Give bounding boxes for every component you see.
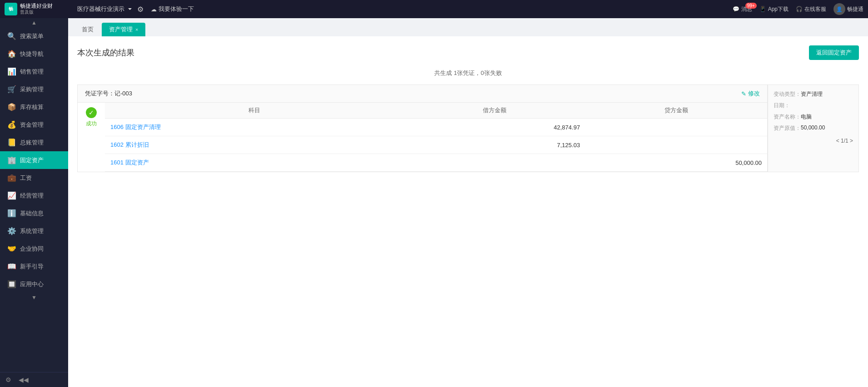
purchase-icon: 🛒: [7, 85, 16, 94]
table-row: 1606 固定资产清理 42,874.97: [105, 119, 767, 136]
table-row: 1601 固定资产 50,000.00: [105, 154, 767, 172]
sidebar-item-search-menu[interactable]: 🔍 搜索菜单: [0, 27, 68, 45]
sidebar-item-purchase[interactable]: 🛒 采购管理: [0, 80, 68, 98]
row1-credit: [585, 119, 767, 136]
sidebar-item-quick-nav[interactable]: 🏠 快捷导航: [0, 45, 68, 63]
page-content: 本次生成的结果 返回固定资产 共生成 1张凭证，0张失败 凭证字号：记-003 …: [68, 36, 868, 387]
sidebar-item-fixed-assets[interactable]: 🏢 固定资产: [0, 151, 68, 169]
voucher-table-wrap: 科目 借方金额 贷方金额 1606 固定资产清理 42,874.97: [105, 103, 767, 172]
sidebar-item-label: 销售管理: [20, 68, 44, 76]
row3-debit: [404, 154, 585, 172]
chevron-down-icon: [127, 6, 133, 12]
sidebar-item-label: 工资: [20, 174, 32, 182]
sidebar-item-label: 系统管理: [20, 227, 44, 235]
date-label: 日期：: [774, 102, 798, 109]
table-row: 1602 累计折旧 7,125.03: [105, 136, 767, 154]
sidebar-item-operations[interactable]: 📈 经营管理: [0, 187, 68, 204]
username: 畅捷通: [847, 5, 863, 13]
asset-name-label: 资产名称：: [774, 113, 801, 121]
online-service-label: 在线客服: [804, 5, 826, 13]
tab-asset-management[interactable]: 资产管理 ×: [102, 23, 145, 36]
row2-credit: [585, 136, 767, 154]
enterprise-icon: 🤝: [7, 244, 16, 253]
pagination-text[interactable]: < 1/1 >: [836, 138, 853, 144]
sidebar-item-ledger[interactable]: 📒 总账管理: [0, 134, 68, 151]
tab-bar: 首页 资产管理 ×: [68, 18, 868, 36]
app-download-button[interactable]: 📱 App下载: [759, 5, 789, 13]
voucher-left: 凭证字号：记-003 ✎ 修改 ✓ 成功: [78, 85, 768, 172]
change-type-row: 变动类型： 资产清理: [774, 90, 853, 98]
sidebar-item-sales[interactable]: 📊 销售管理: [0, 63, 68, 80]
sidebar-item-label: 基础信息: [20, 209, 44, 218]
sidebar-item-system[interactable]: ⚙️ 系统管理: [0, 222, 68, 240]
info-icon: ℹ️: [7, 209, 16, 218]
sidebar-scroll-down[interactable]: ▼: [0, 293, 68, 302]
tab-home[interactable]: 首页: [75, 23, 100, 36]
status-text: 成功: [86, 120, 97, 128]
sidebar-item-label: 搜索菜单: [20, 32, 44, 40]
collapse-icon[interactable]: ◀◀: [19, 376, 29, 383]
experience-button[interactable]: ☁ 我要体验一下: [151, 5, 194, 13]
sidebar-item-label: 资金管理: [20, 121, 44, 129]
pagination[interactable]: < 1/1 >: [774, 138, 853, 144]
sidebar-item-label: 快捷导航: [20, 50, 44, 58]
sidebar-bottom: ⚙ ◀◀: [0, 372, 68, 387]
salary-icon: 💼: [7, 174, 16, 182]
topbar-right: 💬 消息 99+ 📱 App下载 🎧 在线客服 👤 畅捷通: [733, 3, 863, 15]
settings-bottom-icon[interactable]: ⚙: [5, 376, 11, 383]
voucher-right-panel: 变动类型： 资产清理 日期： 资产名称： 电脑 资产原值： 50,000.00: [768, 85, 858, 172]
row2-debit: 7,125.03: [404, 136, 585, 154]
fixed-assets-icon: 🏢: [7, 156, 16, 164]
sidebar-item-label: 经营管理: [20, 192, 44, 200]
app-download-label: App下载: [768, 5, 789, 13]
voucher-number: 凭证字号：记-003: [85, 89, 132, 98]
logo-icon: 畅: [5, 3, 17, 15]
avatar: 👤: [833, 3, 845, 15]
voucher-status-col: ✓ 成功: [78, 103, 105, 132]
logo-main-text: 畅捷通好业财: [20, 3, 53, 9]
message-badge: 99+: [745, 3, 757, 9]
change-type-label: 变动类型：: [774, 90, 801, 98]
main-layout: ▲ 🔍 搜索菜单 🏠 快捷导航 📊 销售管理 🛒 采购管理 📦 库存核算 💰 资…: [0, 18, 868, 387]
row2-subject: 1602 累计折旧: [105, 136, 404, 154]
sidebar-item-funds[interactable]: 💰 资金管理: [0, 116, 68, 134]
logo-sub-text: 普及版: [20, 9, 53, 15]
sidebar-item-label: 库存核算: [20, 103, 44, 111]
success-icon: ✓: [86, 107, 97, 118]
ledger-icon: 📒: [7, 138, 16, 147]
search-icon: 🔍: [7, 32, 16, 40]
sidebar-item-inventory[interactable]: 📦 库存核算: [0, 98, 68, 116]
company-name: 医疗器械行业演示: [77, 5, 124, 13]
experience-label: 我要体验一下: [159, 5, 194, 13]
sidebar-item-label: 应用中心: [20, 280, 44, 288]
logo-text-block: 畅捷通好业财 普及版: [20, 3, 53, 15]
home-tab-label: 首页: [82, 26, 94, 33]
sidebar-item-salary[interactable]: 💼 工资: [0, 169, 68, 187]
message-button[interactable]: 💬 消息 99+: [733, 5, 752, 13]
topbar: 畅 畅捷通好业财 普及版 医疗器械行业演示 ⚙ ☁ 我要体验一下 💬 消息 99…: [0, 0, 868, 18]
user-profile[interactable]: 👤 畅捷通: [833, 3, 863, 15]
page-header: 本次生成的结果 返回固定资产: [77, 45, 859, 60]
voucher-container: 凭证字号：记-003 ✎ 修改 ✓ 成功: [77, 84, 859, 172]
tab-close-icon[interactable]: ×: [135, 27, 138, 32]
sidebar-item-app-center[interactable]: 🔲 应用中心: [0, 275, 68, 293]
system-icon: ⚙️: [7, 227, 16, 235]
sales-icon: 📊: [7, 67, 16, 76]
funds-icon: 💰: [7, 120, 16, 129]
sidebar-item-enterprise[interactable]: 🤝 企业协同: [0, 240, 68, 258]
asset-value-row: 资产原值： 50,000.00: [774, 124, 853, 132]
settings-icon[interactable]: ⚙: [137, 5, 144, 14]
edit-label: 修改: [748, 89, 760, 98]
company-selector[interactable]: 医疗器械行业演示: [77, 5, 133, 13]
edit-button[interactable]: ✎ 修改: [741, 89, 760, 98]
online-service-button[interactable]: 🎧 在线客服: [796, 5, 826, 13]
row3-credit: 50,000.00: [585, 154, 767, 172]
col-header-debit: 借方金额: [404, 103, 585, 119]
sidebar-item-guide[interactable]: 📖 新手引导: [0, 258, 68, 275]
sidebar-scroll-up[interactable]: ▲: [0, 18, 68, 27]
app-logo: 畅 畅捷通好业财 普及版: [5, 3, 73, 15]
voucher-header: 凭证字号：记-003 ✎ 修改: [78, 85, 767, 103]
sidebar-item-basic-info[interactable]: ℹ️ 基础信息: [0, 204, 68, 222]
row3-subject: 1601 固定资产: [105, 154, 404, 172]
return-button[interactable]: 返回固定资产: [809, 45, 859, 60]
